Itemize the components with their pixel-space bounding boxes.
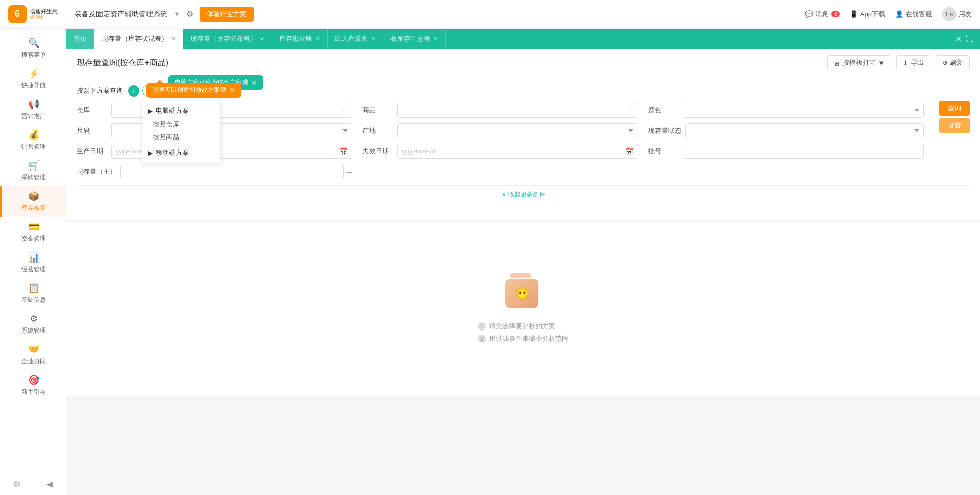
sidebar-item-enterprise[interactable]: 🤝 企业协同 bbox=[0, 339, 66, 370]
origin-label: 产地 bbox=[362, 126, 393, 135]
search-btn-group: 查询 设置 bbox=[939, 101, 970, 133]
sidebar-item-search[interactable]: 🔍 搜索菜单 bbox=[0, 33, 66, 63]
logo-text: 畅通好生意 标准版 bbox=[30, 8, 58, 21]
scheme-item-warehouse[interactable]: 按照仓库 bbox=[142, 117, 220, 131]
stock-status-select[interactable] bbox=[685, 123, 924, 138]
sidebar-item-shortcut[interactable]: ⚡ 快捷导航 bbox=[0, 63, 66, 94]
guide-icon: 🎯 bbox=[28, 374, 39, 386]
sidebar-item-system[interactable]: ⚙ 系统管理 bbox=[0, 309, 66, 339]
basic-icon: 📋 bbox=[28, 282, 39, 294]
tooltip-pc-close-btn[interactable]: ✕ bbox=[251, 79, 257, 87]
exp-date-calendar-icon[interactable]: 📅 bbox=[625, 147, 633, 155]
batch-label: 批号 bbox=[648, 147, 679, 156]
tab-home-label: 首页 bbox=[74, 34, 87, 43]
color-select[interactable] bbox=[683, 103, 924, 118]
tab-inventory-dist-close[interactable]: ✕ bbox=[260, 36, 264, 42]
export-btn[interactable]: ⬇ 导出 bbox=[896, 55, 930, 70]
topbar-right: 💬 消息 6 📱 App下载 👤 在线客服 Ea 用友 bbox=[805, 7, 972, 21]
scheme-item-goods[interactable]: 按照商品 bbox=[142, 131, 220, 144]
tabbar: 首页 现存量（库存状况表） ✕ 现存量（库存分布表） ✕ 库存批次账 ✕ 出入库… bbox=[66, 29, 980, 49]
topbar-gear-btn[interactable]: ⚙ bbox=[186, 9, 193, 19]
print-icon: 🖨 bbox=[834, 59, 841, 67]
prod-date-label: 生产日期 bbox=[77, 147, 107, 156]
scheme-mobile-category[interactable]: ▶ 移动端方案 bbox=[142, 146, 220, 159]
system-icon: ⚙ bbox=[30, 313, 38, 324]
tab-inout-flow[interactable]: 出入库流水 ✕ bbox=[328, 29, 383, 49]
sidebar-item-basic[interactable]: 📋 基础信息 bbox=[0, 278, 66, 309]
tab-batch-account-close[interactable]: ✕ bbox=[315, 36, 320, 42]
scheme-pc-category[interactable]: ▶ 电脑端方案 bbox=[142, 104, 220, 117]
app-icon: 📱 bbox=[850, 10, 858, 18]
goods-label: 商品 bbox=[362, 106, 393, 115]
empty-tips: 1 请先选择要分析的方案 2 用过滤条件来缩小分析范围 bbox=[478, 320, 569, 345]
sidebar-item-purchase[interactable]: 🛒 采购管理 bbox=[0, 155, 66, 186]
topbar: 装备及固定资产辅助管理系统 ▼ ⚙ 体验行业方案 💬 消息 6 📱 App下载 … bbox=[66, 0, 980, 29]
scheme-mobile-arrow: ▶ bbox=[148, 149, 153, 157]
online-support-btn[interactable]: 👤 在线客服 bbox=[895, 10, 932, 19]
tab-inventory-status[interactable]: 现存量（库存状况表） ✕ bbox=[94, 29, 183, 49]
sidebar: 6 畅通好生意 标准版 🔍 搜索菜单 ⚡ 快捷导航 📢 营销推广 💰 销售管理 … bbox=[0, 0, 66, 495]
warehouse-label: 仓库 bbox=[77, 106, 107, 115]
filter-row-stock-qty: 现存量（主） — bbox=[77, 164, 352, 179]
tab-inout-flow-close[interactable]: ✕ bbox=[371, 36, 376, 42]
goods-dots: ··· bbox=[628, 107, 633, 114]
tab-home[interactable]: 首页 bbox=[66, 29, 94, 49]
main-content: 现存量查询(按仓库+商品) 🖨 按模板打印 ▼ ⬇ 导出 ↺ 刷新 按以下方案查… bbox=[66, 49, 980, 495]
query-btn[interactable]: 查询 bbox=[939, 101, 970, 116]
exp-date-label: 失效日期 bbox=[362, 147, 393, 156]
purchase-icon: 🛒 bbox=[28, 160, 39, 171]
reset-btn[interactable]: 设置 bbox=[939, 118, 970, 133]
goods-input[interactable]: ··· bbox=[397, 103, 638, 118]
empty-state: 😶 1 请先选择要分析的方案 2 用过滤条件来缩小分析范围 bbox=[66, 222, 980, 396]
tabbar-actions: ✕ ⛶ bbox=[955, 34, 980, 44]
app-download-btn[interactable]: 📱 App下载 bbox=[850, 10, 885, 19]
topbar-left: 装备及固定资产辅助管理系统 ▼ ⚙ 体验行业方案 bbox=[75, 7, 254, 22]
sidebar-item-operation[interactable]: 📊 经营管理 bbox=[0, 247, 66, 278]
collapse-bar[interactable]: ∧ 收起更多条件 bbox=[77, 185, 970, 203]
user-area[interactable]: Ea 用友 bbox=[942, 7, 972, 21]
filter-row-batch: 批号 bbox=[648, 144, 924, 159]
warehouse-dots: ··· bbox=[342, 107, 348, 114]
sidebar-item-sales[interactable]: 💰 销售管理 bbox=[0, 125, 66, 155]
tab-inventory-status-label: 现存量（库存状况表） bbox=[102, 34, 168, 43]
sidebar-item-guide[interactable]: 🎯 新手引导 bbox=[0, 370, 66, 400]
collapse-icon: ∧ bbox=[502, 191, 506, 198]
refresh-btn[interactable]: ↺ 刷新 bbox=[936, 55, 970, 70]
sales-icon: 💰 bbox=[28, 129, 39, 140]
tab-inventory-dist[interactable]: 现存量（库存分布表） ✕ bbox=[183, 29, 272, 49]
sidebar-item-inventory[interactable]: 📦 库存核算 bbox=[0, 186, 66, 217]
batch-input[interactable] bbox=[683, 144, 924, 159]
exp-date-input[interactable]: yyyy-mm-dd 📅 bbox=[397, 144, 638, 159]
settings-bottom-btn[interactable]: ⚙ bbox=[13, 479, 20, 489]
message-btn[interactable]: 💬 消息 6 bbox=[805, 10, 840, 19]
search-icon: 🔍 bbox=[28, 37, 39, 49]
filter-label: 按以下方案查询 bbox=[77, 86, 123, 96]
tab-inventory-status-close[interactable]: ✕ bbox=[171, 36, 176, 42]
tabbar-close-all[interactable]: ✕ bbox=[955, 34, 962, 44]
origin-select[interactable] bbox=[397, 123, 638, 138]
tooltip-scheme-close-btn[interactable]: ✕ bbox=[229, 86, 235, 95]
filter-add-btn[interactable]: + bbox=[128, 85, 139, 97]
print-btn[interactable]: 🖨 按模板打印 ▼ bbox=[827, 55, 891, 70]
prod-date-calendar-icon[interactable]: 📅 bbox=[339, 147, 348, 155]
sidebar-nav: 🔍 搜索菜单 ⚡ 快捷导航 📢 营销推广 💰 销售管理 🛒 采购管理 📦 库存核… bbox=[0, 29, 66, 473]
filter-row-empty3 bbox=[648, 164, 924, 179]
empty-illustration: 😶 bbox=[500, 273, 546, 314]
system-select-arrow[interactable]: ▼ bbox=[174, 10, 180, 18]
experience-btn[interactable]: 体验行业方案 bbox=[200, 7, 254, 22]
tabbar-fullscreen[interactable]: ⛶ bbox=[966, 34, 974, 44]
page-actions: 🖨 按模板打印 ▼ ⬇ 导出 ↺ 刷新 bbox=[827, 55, 970, 70]
tab-inventory-dist-label: 现存量（库存分布表） bbox=[190, 34, 257, 43]
tab-recv-summary[interactable]: 收发存汇总表 ✕ bbox=[383, 29, 446, 49]
stock-qty-min[interactable] bbox=[120, 164, 344, 179]
tab-recv-summary-close[interactable]: ✕ bbox=[433, 36, 438, 42]
filter-row-exp-date: 失效日期 yyyy-mm-dd 📅 bbox=[362, 144, 638, 159]
collapse-sidebar-btn[interactable]: ◀ bbox=[46, 479, 53, 489]
shortcut-icon: ⚡ bbox=[28, 68, 39, 79]
enterprise-icon: 🤝 bbox=[28, 344, 39, 355]
operation-icon: 📊 bbox=[28, 252, 39, 263]
empty-tip-2: 2 用过滤条件来缩小分析范围 bbox=[478, 333, 569, 345]
tab-batch-account[interactable]: 库存批次账 ✕ bbox=[272, 29, 328, 49]
sidebar-item-finance[interactable]: 💳 资金管理 bbox=[0, 217, 66, 247]
sidebar-item-marketing[interactable]: 📢 营销推广 bbox=[0, 94, 66, 125]
